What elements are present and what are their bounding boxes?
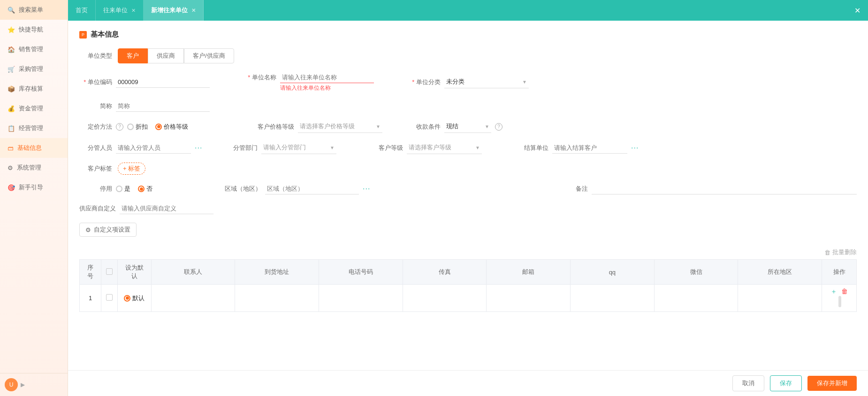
- tabs-bar: 首页 往来单位 ✕ 新增往来单位 ✕ ✕: [68, 0, 868, 21]
- department-label: 分管部门: [225, 144, 258, 152]
- payment-terms-select[interactable]: 现结 ▼: [444, 120, 491, 133]
- row-fax[interactable]: [403, 285, 487, 312]
- email-input[interactable]: [491, 295, 565, 302]
- manager-input[interactable]: [116, 142, 191, 154]
- row-drag-handle[interactable]: [838, 296, 841, 307]
- address-input[interactable]: [240, 295, 314, 302]
- row-add-icon[interactable]: ＋: [830, 287, 837, 295]
- row-contact[interactable]: [151, 285, 235, 312]
- add-tag-button[interactable]: + 标签: [118, 163, 145, 175]
- unit-category-select[interactable]: 未分类 ▼: [444, 76, 529, 88]
- sidebar-item-system[interactable]: ⚙ 系统管理: [0, 158, 68, 178]
- col-default: 设为默认: [118, 260, 152, 285]
- sidebar-item-quick-nav[interactable]: ⭐ 快捷导航: [0, 20, 68, 39]
- disabled-no-radio[interactable]: 否: [138, 185, 152, 193]
- pricing-help-icon[interactable]: ?: [116, 123, 123, 131]
- window-close-button[interactable]: ✕: [847, 6, 868, 15]
- contact-input[interactable]: [156, 295, 230, 302]
- tab-new-partner[interactable]: 新增往来单位 ✕: [144, 0, 204, 21]
- footer: 取消 保存 保存并新增: [68, 370, 868, 396]
- tab-new-partner-close[interactable]: ✕: [191, 8, 196, 14]
- customer-level-label: 客户等级: [370, 144, 403, 152]
- col-fax: 传真: [403, 260, 487, 285]
- sidebar-item-search[interactable]: 🔍 搜索菜单: [0, 0, 68, 20]
- settlement-unit-input[interactable]: [552, 142, 627, 154]
- unit-name-error: 请输入往来单位名称: [280, 84, 331, 92]
- department-select[interactable]: 请输入分管部门 ▼: [261, 141, 336, 154]
- table-row: 1 默认: [80, 285, 857, 312]
- row-region[interactable]: [738, 285, 822, 312]
- sidebar-item-label: 资金管理: [19, 104, 43, 113]
- fax-input[interactable]: [408, 295, 482, 302]
- disabled-yes-radio[interactable]: 是: [116, 185, 130, 193]
- row-default-radio[interactable]: 默认: [122, 294, 146, 303]
- sales-icon: 🏠: [8, 46, 15, 53]
- customer-price-field: 客户价格等级 请选择客户价格等级 ▼: [258, 120, 389, 133]
- unit-category-field: 单位分类 未分类 ▼: [408, 76, 567, 88]
- sidebar-item-purchase[interactable]: 🛒 采购管理: [0, 59, 68, 79]
- region-more-icon[interactable]: ···: [363, 185, 370, 193]
- row-email[interactable]: [487, 285, 571, 312]
- payment-terms-help-icon[interactable]: ?: [495, 123, 503, 131]
- save-button[interactable]: 保存: [770, 375, 802, 391]
- settlement-unit-field: 结算单位 ···: [516, 142, 675, 154]
- supplier-custom-label: 供应商自定义: [79, 204, 116, 213]
- tab-home[interactable]: 首页: [68, 0, 96, 21]
- pricing-discount-radio[interactable]: 折扣: [127, 123, 148, 131]
- qq-input[interactable]: [575, 295, 649, 302]
- default-radio-dot: [126, 296, 129, 300]
- payment-terms-value: 现结: [446, 122, 458, 131]
- wechat-input[interactable]: [659, 295, 733, 302]
- row-phone[interactable]: [319, 285, 403, 312]
- tab-new-partner-label: 新增往来单位: [151, 6, 188, 15]
- unit-type-both-btn[interactable]: 客户/供应商: [184, 48, 234, 63]
- row-delete-icon[interactable]: 🗑: [841, 287, 848, 295]
- cancel-button[interactable]: 取消: [732, 375, 764, 391]
- abbr-input[interactable]: [116, 101, 210, 112]
- supplier-custom-input[interactable]: [120, 203, 213, 214]
- unit-code-input[interactable]: [116, 77, 210, 88]
- region-label: 区域（地区）: [225, 185, 261, 193]
- abbr-row: 简称: [79, 101, 857, 112]
- payment-terms-field: 收款条件 现结 ▼ ?: [408, 120, 567, 133]
- header-checkbox[interactable]: [106, 268, 113, 275]
- sidebar-item-finance[interactable]: 💰 资金管理: [0, 99, 68, 118]
- section-header: P 基本信息: [79, 30, 857, 39]
- batch-delete-button[interactable]: 🗑 批量删除: [824, 248, 857, 256]
- col-address: 到货地址: [235, 260, 319, 285]
- unit-type-supplier-btn[interactable]: 供应商: [148, 48, 184, 63]
- sidebar-item-label: 系统管理: [17, 163, 41, 172]
- unit-type-customer-btn[interactable]: 客户: [118, 48, 148, 63]
- tab-partner[interactable]: 往来单位 ✕: [96, 0, 144, 21]
- tab-partner-close[interactable]: ✕: [131, 8, 136, 14]
- customer-price-select[interactable]: 请选择客户价格等级 ▼: [298, 120, 382, 133]
- custom-settings-label: 自定义项设置: [94, 225, 130, 234]
- level-radio-circle: [155, 124, 162, 130]
- sidebar-item-operations[interactable]: 📋 经营管理: [0, 118, 68, 138]
- sidebar-item-inventory[interactable]: 📦 库存核算: [0, 79, 68, 99]
- save-add-button[interactable]: 保存并新增: [807, 376, 857, 391]
- customer-level-select[interactable]: 请选择客户等级 ▼: [407, 141, 482, 154]
- row-region-input[interactable]: [743, 295, 817, 302]
- custom-settings-button[interactable]: ⚙ 自定义项设置: [79, 223, 137, 237]
- customer-price-arrow-icon: ▼: [376, 124, 381, 129]
- customer-price-label: 客户价格等级: [258, 123, 294, 131]
- phone-input[interactable]: [324, 295, 398, 302]
- unit-name-input[interactable]: [280, 72, 374, 83]
- remark-input[interactable]: [592, 183, 857, 194]
- table-header-row: 序号 设为默认 联系人 到货地址 电话号码 传真 邮箱 qq 微信 所在地区 操…: [80, 260, 857, 285]
- sidebar-item-sales[interactable]: 🏠 销售管理: [0, 39, 68, 59]
- sidebar-item-newbie[interactable]: 🎯 新手引导: [0, 178, 68, 197]
- row-address[interactable]: [235, 285, 319, 312]
- row-checkbox[interactable]: [106, 294, 113, 301]
- row-wechat[interactable]: [654, 285, 738, 312]
- row-qq[interactable]: [571, 285, 655, 312]
- row-checkbox-cell: [101, 285, 118, 312]
- customer-level-placeholder: 请选择客户等级: [409, 143, 451, 152]
- manager-more-icon[interactable]: ···: [195, 144, 202, 152]
- sidebar-item-basic-info[interactable]: 🗃 基础信息: [0, 138, 68, 158]
- pricing-method-label: 定价方法: [79, 123, 112, 131]
- settlement-unit-more-icon[interactable]: ···: [631, 144, 639, 152]
- pricing-level-radio[interactable]: 价格等级: [155, 123, 188, 131]
- region-input[interactable]: [265, 183, 359, 194]
